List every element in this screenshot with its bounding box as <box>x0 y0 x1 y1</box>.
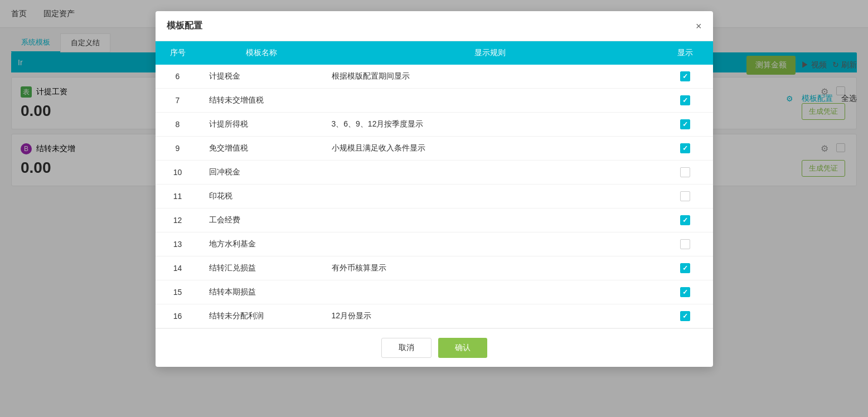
cell-index: 12 <box>156 208 200 232</box>
cell-checkbox <box>657 113 713 137</box>
cell-name: 回冲税金 <box>200 161 323 185</box>
cell-checkbox <box>657 161 713 185</box>
checkbox-row-13[interactable] <box>680 239 690 249</box>
cell-index: 9 <box>156 137 200 161</box>
cell-checkbox <box>657 280 713 304</box>
config-table: 序号 模板名称 显示规则 显示 6计提税金根据模版配置期间显示7结转未交增值税8… <box>156 41 713 328</box>
cell-checkbox <box>657 89 713 113</box>
modal-close-btn[interactable]: × <box>696 21 702 31</box>
checkbox-row-9[interactable] <box>680 143 690 153</box>
table-row: 11印花税 <box>156 185 713 208</box>
table-row: 6计提税金根据模版配置期间显示 <box>156 65 713 89</box>
cell-index: 7 <box>156 89 200 113</box>
cell-index: 16 <box>156 304 200 328</box>
table-header-row: 序号 模板名称 显示规则 显示 <box>156 41 713 65</box>
cell-name: 印花税 <box>200 185 323 208</box>
cell-name: 工会经费 <box>200 208 323 232</box>
cell-rule: 有外币核算显示 <box>323 256 657 280</box>
col-display: 显示 <box>657 41 713 65</box>
cell-index: 8 <box>156 113 200 137</box>
cell-checkbox <box>657 137 713 161</box>
col-index: 序号 <box>156 41 200 65</box>
cell-checkbox <box>657 208 713 232</box>
checkbox-row-16[interactable] <box>680 311 690 321</box>
checkbox-row-12[interactable] <box>680 215 690 225</box>
cell-rule <box>323 161 657 185</box>
cell-rule <box>323 89 657 113</box>
modal-table-container: 序号 模板名称 显示规则 显示 6计提税金根据模版配置期间显示7结转未交增值税8… <box>156 41 713 328</box>
table-row: 7结转未交增值税 <box>156 89 713 113</box>
cell-name: 结转未分配利润 <box>200 304 323 328</box>
cell-rule <box>323 208 657 232</box>
cell-name: 结转本期损益 <box>200 280 323 304</box>
checkbox-row-6[interactable] <box>680 71 690 81</box>
checkbox-row-11[interactable] <box>680 191 690 201</box>
cell-checkbox <box>657 256 713 280</box>
cancel-btn[interactable]: 取消 <box>381 338 431 358</box>
table-row: 12工会经费 <box>156 208 713 232</box>
cell-index: 14 <box>156 256 200 280</box>
cell-name: 结转未交增值税 <box>200 89 323 113</box>
table-row: 15结转本期损益 <box>156 280 713 304</box>
cell-name: 免交增值税 <box>200 137 323 161</box>
cell-rule: 3、6、9、12月按季度显示 <box>323 113 657 137</box>
modal-template-config: 模板配置 × 序号 模板名称 显示规则 显示 6计提税金根据模版配置期间显示7结… <box>156 11 713 367</box>
confirm-btn[interactable]: 确认 <box>438 338 487 358</box>
cell-index: 6 <box>156 65 200 89</box>
checkbox-row-15[interactable] <box>680 287 690 297</box>
cell-rule: 根据模版配置期间显示 <box>323 65 657 89</box>
cell-name: 地方水利基金 <box>200 232 323 256</box>
cell-checkbox <box>657 65 713 89</box>
cell-rule: 小规模且满足收入条件显示 <box>323 137 657 161</box>
table-row: 14结转汇兑损益有外币核算显示 <box>156 256 713 280</box>
cell-name: 计提税金 <box>200 65 323 89</box>
cell-checkbox <box>657 185 713 208</box>
cell-rule <box>323 232 657 256</box>
table-row: 10回冲税金 <box>156 161 713 185</box>
cell-name: 计提所得税 <box>200 113 323 137</box>
cell-checkbox <box>657 232 713 256</box>
checkbox-row-10[interactable] <box>680 167 690 177</box>
modal-header: 模板配置 × <box>156 11 713 41</box>
col-rule: 显示规则 <box>323 41 657 65</box>
col-name: 模板名称 <box>200 41 323 65</box>
cell-index: 15 <box>156 280 200 304</box>
checkbox-row-7[interactable] <box>680 95 690 105</box>
cell-rule <box>323 185 657 208</box>
cell-checkbox <box>657 304 713 328</box>
table-row: 13地方水利基金 <box>156 232 713 256</box>
modal-overlay: 模板配置 × 序号 模板名称 显示规则 显示 6计提税金根据模版配置期间显示7结… <box>0 0 868 417</box>
checkbox-row-14[interactable] <box>680 263 690 273</box>
cell-rule: 12月份显示 <box>323 304 657 328</box>
cell-index: 10 <box>156 161 200 185</box>
cell-index: 11 <box>156 185 200 208</box>
cell-index: 13 <box>156 232 200 256</box>
table-row: 16结转未分配利润12月份显示 <box>156 304 713 328</box>
cell-name: 结转汇兑损益 <box>200 256 323 280</box>
cell-rule <box>323 280 657 304</box>
modal-footer: 取消 确认 <box>156 328 713 367</box>
modal-title: 模板配置 <box>167 20 202 32</box>
checkbox-row-8[interactable] <box>680 119 690 129</box>
table-row: 9免交增值税小规模且满足收入条件显示 <box>156 137 713 161</box>
table-row: 8计提所得税3、6、9、12月按季度显示 <box>156 113 713 137</box>
